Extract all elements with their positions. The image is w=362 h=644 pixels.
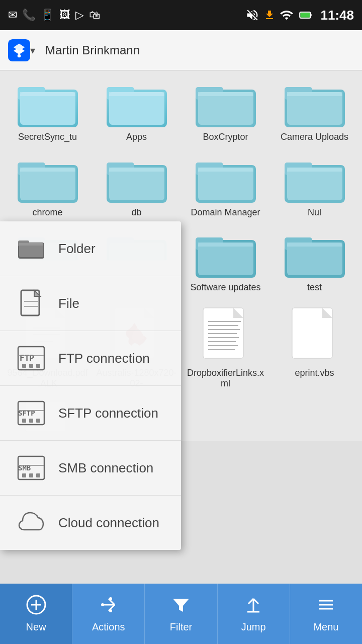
actions-icon <box>99 595 119 619</box>
list-item[interactable]: Apps <box>93 74 180 148</box>
battery-icon <box>298 8 314 22</box>
svg-rect-7 <box>20 92 75 125</box>
nav-filter[interactable]: Filter <box>145 584 217 644</box>
svg-rect-16 <box>198 92 253 96</box>
svg-rect-49 <box>287 243 342 275</box>
nav-label: Menu <box>313 621 338 633</box>
play-icon: ▷ <box>75 9 84 22</box>
dropbox-logo <box>8 39 30 61</box>
svg-rect-35 <box>287 168 342 200</box>
panel-item-label: Cloud connection <box>58 515 159 531</box>
nav-actions[interactable]: Actions <box>72 584 145 644</box>
file-name: Software updates <box>190 282 260 293</box>
svg-rect-2 <box>310 14 311 17</box>
panel-item-folder[interactable]: Folder <box>0 221 181 276</box>
panel-item-ftp[interactable]: FTP FTP connection <box>0 331 181 386</box>
svg-rect-91 <box>36 419 40 423</box>
svg-rect-15 <box>198 92 253 125</box>
folder-icon <box>18 155 78 205</box>
list-item[interactable]: eprint.vbs <box>271 300 358 394</box>
panel-item-sftp[interactable]: SFTP SFTP connection <box>0 386 181 441</box>
list-item[interactable]: Software updates <box>182 225 269 298</box>
file-name: SecretSync_tu <box>18 132 77 143</box>
bottom-nav: New Actions Filter <box>0 584 362 644</box>
svg-point-106 <box>109 609 112 612</box>
svg-rect-96 <box>29 473 33 477</box>
svg-rect-11 <box>109 92 164 125</box>
folder-icon <box>107 79 167 130</box>
smb-icon: SMB <box>16 453 46 483</box>
svg-rect-84 <box>29 364 33 368</box>
file-name: Nul <box>308 207 321 218</box>
svg-rect-19 <box>287 92 342 125</box>
file-name: db <box>131 207 141 218</box>
svg-rect-24 <box>20 168 75 172</box>
panel-item-label: File <box>58 296 79 311</box>
svg-rect-23 <box>20 168 75 200</box>
nav-label: New <box>26 621 46 633</box>
file-name: eprint.vbs <box>295 368 334 379</box>
svg-rect-89 <box>22 419 26 423</box>
folder-icon <box>285 79 345 130</box>
nav-label: Filter <box>170 621 192 633</box>
svg-rect-28 <box>109 168 164 172</box>
nav-label: Actions <box>92 621 125 633</box>
nav-menu[interactable]: Menu <box>290 584 362 644</box>
dropdown-icon[interactable]: ▾ <box>30 44 35 56</box>
svg-rect-20 <box>287 92 342 96</box>
svg-rect-95 <box>22 473 26 477</box>
svg-rect-83 <box>22 364 26 368</box>
list-item[interactable]: chrome <box>4 150 91 223</box>
file-name: test <box>307 282 322 293</box>
folder-icon <box>196 79 256 130</box>
svg-rect-12 <box>109 92 164 96</box>
svg-point-104 <box>101 603 104 606</box>
folder-icon <box>196 155 256 205</box>
list-item[interactable]: db <box>93 150 180 223</box>
breadcrumb: Martin Brinkmann <box>45 43 140 57</box>
svg-rect-32 <box>198 168 253 172</box>
xml-document-icon <box>201 305 251 366</box>
shopping-icon: 🛍 <box>89 9 100 22</box>
cloud-icon <box>16 508 46 538</box>
svg-rect-75 <box>19 243 43 246</box>
list-item[interactable]: Nul <box>271 150 358 223</box>
nav-jump[interactable]: Jump <box>218 584 290 644</box>
gmail-icon: ✉ <box>8 9 17 22</box>
ftp-icon: FTP <box>16 343 46 373</box>
panel-item-label: SMB connection <box>58 460 153 476</box>
list-item[interactable]: Domain Manager <box>182 150 269 223</box>
panel-item-file[interactable]: File <box>0 276 181 331</box>
sftp-icon: SFTP <box>16 398 46 428</box>
status-bar: ✉ 📞 📱 🖼 ▷ 🛍 11:48 <box>0 0 362 30</box>
muted-icon <box>245 8 259 22</box>
missed-call-icon: 📞 <box>22 9 36 22</box>
nav-new[interactable]: New <box>0 584 72 644</box>
panel-item-smb[interactable]: SMB SMB connection <box>0 441 181 496</box>
svg-rect-85 <box>36 364 40 368</box>
folder-icon <box>285 155 345 205</box>
svg-rect-50 <box>287 243 342 247</box>
vbs-document-icon <box>290 305 340 366</box>
file-name: BoxCryptor <box>203 132 248 143</box>
list-item[interactable]: Camera Uploads <box>271 74 358 148</box>
panel-item-cloud[interactable]: Cloud connection <box>0 496 181 550</box>
toolbar: ▾ Martin Brinkmann <box>0 30 362 70</box>
folder-icon <box>16 233 46 264</box>
svg-rect-31 <box>198 168 253 200</box>
svg-rect-97 <box>36 473 40 477</box>
list-item[interactable]: BoxCryptor <box>182 74 269 148</box>
list-item[interactable]: test <box>271 225 358 298</box>
svg-marker-107 <box>173 599 189 612</box>
svg-rect-90 <box>29 419 33 423</box>
list-item[interactable]: SecretSync_tu <box>4 74 91 148</box>
svg-text:FTP: FTP <box>20 353 34 363</box>
status-right-icons: 11:48 <box>245 8 354 23</box>
status-time: 11:48 <box>321 8 354 23</box>
svg-rect-36 <box>287 168 342 172</box>
svg-rect-46 <box>198 243 253 247</box>
menu-icon <box>316 595 336 619</box>
panel-item-label: Folder <box>58 241 96 257</box>
svg-point-4 <box>18 54 21 57</box>
list-item[interactable]: DropboxifierLinks.xml <box>182 300 269 394</box>
